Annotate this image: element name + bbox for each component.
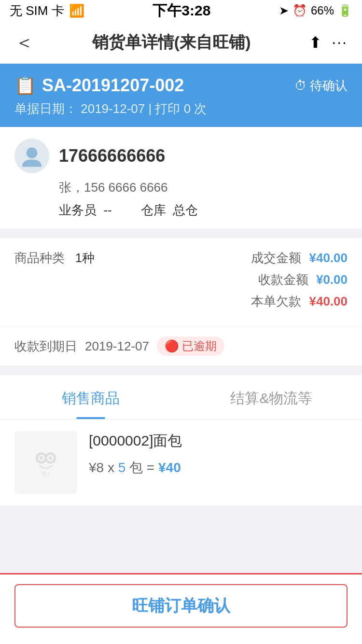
amount-value: ¥40.00 — [309, 251, 348, 266]
product-thumbnail: 管+ — [14, 431, 77, 494]
svg-point-0 — [27, 148, 38, 159]
divider-1 — [0, 228, 362, 238]
battery-label: 66% — [311, 4, 334, 17]
nav-actions: ⬆ ··· — [309, 33, 348, 52]
staff-label: 业务员 -- — [59, 202, 112, 219]
owed-label: 本单欠款 — [251, 293, 301, 310]
due-date-value: 2019-12-07 — [85, 339, 149, 354]
tab-settlement[interactable]: 结算&物流等 — [181, 375, 362, 419]
no-sim-label: 无 SIM 卡 — [10, 2, 64, 19]
order-id: 📋 SA-20191207-002 — [14, 75, 184, 96]
alarm-icon: ⏰ — [292, 4, 307, 17]
overdue-badge: 🔴 已逾期 — [157, 336, 224, 356]
product-name: [0000002]面包 — [89, 431, 348, 451]
status-left: 无 SIM 卡 📶 — [10, 2, 84, 19]
amount-label: 成交金额 — [251, 250, 301, 266]
status-bar: 无 SIM 卡 📶 下午3:28 ➤ ⏰ 66% 🔋 — [0, 0, 362, 21]
customer-phone: 17666666666 — [59, 146, 165, 166]
amount-summary: 成交金额 ¥40.00 收款金额 ¥0.00 本单欠款 ¥40.00 — [251, 250, 348, 315]
order-status: ⏱ 待确认 — [294, 77, 348, 94]
order-date: 单据日期： 2019-12-07 | 打印 0 次 — [14, 100, 348, 117]
order-icon: 📋 — [14, 75, 36, 96]
tab-sales-products[interactable]: 销售商品 — [0, 375, 181, 419]
status-time: 下午3:28 — [153, 1, 210, 21]
received-value: ¥0.00 — [316, 272, 348, 287]
tabs-row: 销售商品 结算&物流等 — [0, 375, 362, 420]
svg-point-6 — [49, 456, 52, 460]
svg-text:管+: 管+ — [42, 471, 50, 477]
divider-3 — [0, 365, 362, 375]
svg-point-5 — [40, 456, 43, 460]
customer-meta: 业务员 -- 仓库 总仓 — [14, 202, 348, 219]
product-info: [0000002]面包 ¥8 x 5 包 = ¥40 — [89, 431, 348, 477]
product-price: ¥8 x 5 包 = ¥40 — [89, 459, 348, 477]
back-button[interactable]: ＜ — [14, 29, 34, 56]
wifi-icon: 📶 — [69, 3, 84, 18]
overdue-text: 已逾期 — [182, 338, 217, 354]
owed-value: ¥40.00 — [309, 294, 348, 309]
page-title: 销货单详情(来自旺铺) — [92, 31, 251, 54]
confirm-button-wrap: 旺铺订单确认 — [0, 573, 362, 644]
product-type-row: 商品种类 1种 — [14, 250, 95, 266]
product-qty: 5 — [118, 460, 126, 475]
avatar — [14, 139, 49, 173]
due-date-label: 收款到期日 — [14, 338, 77, 355]
received-label: 收款金额 — [258, 271, 308, 288]
warehouse-label: 仓库 总仓 — [141, 202, 198, 219]
product-total: ¥40 — [158, 460, 181, 475]
confirm-order-button[interactable]: 旺铺订单确认 — [14, 584, 348, 628]
battery-icon: 🔋 — [338, 4, 352, 17]
share-icon[interactable]: ⬆ — [309, 33, 322, 52]
product-item: 管+ [0000002]面包 ¥8 x 5 包 = ¥40 — [0, 420, 362, 505]
more-icon[interactable]: ··· — [332, 33, 348, 51]
due-date-section: 收款到期日 2019-12-07 🔴 已逾期 — [0, 327, 362, 365]
header-card: 📋 SA-20191207-002 ⏱ 待确认 单据日期： 2019-12-07… — [0, 64, 362, 127]
nav-bar: ＜ 销货单详情(来自旺铺) ⬆ ··· — [0, 21, 362, 64]
clock-icon: ⏱ — [294, 78, 307, 93]
summary-section: 商品种类 1种 成交金额 ¥40.00 收款金额 ¥0.00 本单欠款 ¥40.… — [0, 238, 362, 326]
tabs-section: 销售商品 结算&物流等 — [0, 375, 362, 420]
customer-section: 17666666666 张，156 6666 6666 业务员 -- 仓库 总仓 — [0, 127, 362, 228]
status-right: ➤ ⏰ 66% 🔋 — [279, 4, 352, 17]
alert-icon: 🔴 — [165, 339, 179, 353]
location-icon: ➤ — [279, 4, 289, 17]
customer-sub-info: 张，156 6666 6666 — [14, 179, 348, 196]
